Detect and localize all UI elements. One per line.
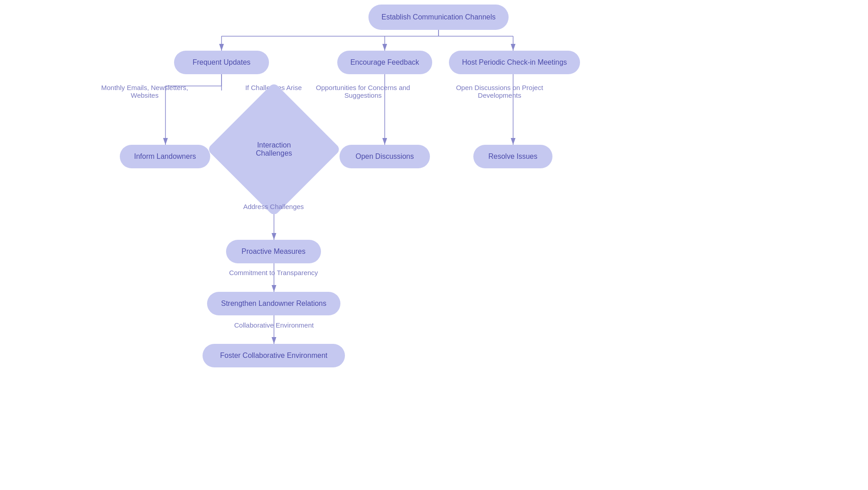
- open-discussions-node: Open Discussions: [340, 145, 430, 168]
- connector-lines: [0, 0, 868, 490]
- encourage-feedback-node: Encourage Feedback: [337, 51, 432, 74]
- inform-landowners-node: Inform Landowners: [120, 145, 210, 168]
- establish-communication-node: Establish Communication Channels: [368, 5, 509, 30]
- commitment-transparency-label: Commitment to Transparency: [212, 269, 335, 276]
- collaborative-env-label: Collaborative Environment: [215, 321, 333, 329]
- host-meetings-node: Host Periodic Check-in Meetings: [449, 51, 580, 74]
- open-discussions-project-label: Open Discussions on Project Developments: [434, 84, 565, 99]
- flowchart-diagram: Establish Communication Channels Frequen…: [0, 0, 868, 490]
- strengthen-relations-node: Strengthen Landowner Relations: [207, 292, 340, 315]
- proactive-measures-node: Proactive Measures: [226, 240, 321, 263]
- interaction-challenges-node: Interaction Challenges: [226, 101, 322, 197]
- foster-collaborative-node: Foster Collaborative Environment: [203, 344, 345, 367]
- address-challenges-label: Address Challenges: [217, 203, 330, 210]
- frequent-updates-node: Frequent Updates: [174, 51, 269, 74]
- opportunities-label: Opportunities for Concerns and Suggestio…: [297, 84, 429, 99]
- monthly-emails-label: Monthly Emails, Newsletters, Websites: [90, 84, 199, 99]
- resolve-issues-node: Resolve Issues: [473, 145, 552, 168]
